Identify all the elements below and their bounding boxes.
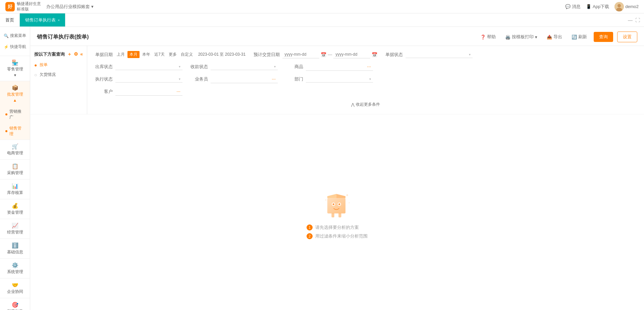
filter-field-date: 单据日期 上月 本月 本年 近7天 更多 自定义 2023-03-01 至 20…	[94, 51, 247, 58]
filter-field-product: 商品 ···	[284, 62, 373, 71]
sidebar-item-basic[interactable]: ℹ️ 基础信息	[0, 239, 30, 258]
tip-2-number: 2	[307, 233, 313, 239]
settings-button[interactable]: 设置	[617, 32, 637, 42]
sidebar-item-newbie[interactable]: 🎯 新手引导	[0, 298, 30, 310]
salesperson-more-icon[interactable]: ···	[272, 76, 276, 82]
more-date-shortcut[interactable]: 更多	[167, 51, 178, 58]
expected-date-end-icon[interactable]: 📅	[372, 52, 377, 57]
finance-icon: 💰	[12, 203, 18, 209]
window-minimize-icon[interactable]: —	[628, 17, 633, 23]
sidebar-item-inventory[interactable]: 📊 库存核算	[0, 179, 30, 199]
company-dropdown-icon: ▾	[91, 4, 94, 9]
expected-date-label: 预计交货日期	[254, 52, 280, 58]
department-chevron-icon: ▾	[369, 77, 371, 81]
sidebar-item-operations[interactable]: 📈 经营管理	[0, 219, 30, 239]
newbie-icon: 🎯	[12, 302, 18, 308]
sidebar-item-wholesale[interactable]: 📦 批发管理 ▲	[0, 81, 30, 106]
help-button[interactable]: ❓ 帮助	[478, 33, 498, 41]
this-month-shortcut[interactable]: 本月	[127, 51, 140, 58]
message-button[interactable]: 💬 消息	[565, 4, 581, 10]
tab-sales-execution[interactable]: 销售订单执行表 ×	[20, 13, 65, 27]
order-status-select[interactable]: ▾	[406, 51, 473, 58]
delivery-status-select[interactable]: ▾	[115, 63, 182, 70]
sidebar-item-retail[interactable]: 🏪 零售管理 ▾	[0, 56, 30, 81]
salesperson-label: 业务员	[189, 76, 208, 82]
print-button[interactable]: 🖨️ 按模板打印 ▾	[502, 33, 540, 41]
last-month-shortcut[interactable]: 上月	[115, 51, 126, 58]
last7-shortcut[interactable]: 近7天	[153, 51, 166, 58]
sidebar-item-system[interactable]: ⚙️ 系统管理	[0, 259, 30, 278]
user-avatar[interactable]: demo2	[614, 2, 639, 11]
filter-row-1: 单据日期 上月 本月 本年 近7天 更多 自定义 2023-03-01 至 20…	[94, 51, 637, 58]
collapse-filters-button[interactable]: ⋀ 收起更多条件	[344, 100, 387, 109]
department-label: 部门	[284, 76, 303, 82]
svg-rect-11	[331, 213, 334, 217]
expected-date-start-icon[interactable]: 📅	[321, 52, 326, 57]
sidebar-sub-item-marketing[interactable]: 营销推广	[0, 106, 30, 123]
date-range-text: 2023-03-01 至 2023-03-31	[197, 52, 247, 57]
sidebar-sub-item-sales[interactable]: 销售管理	[0, 123, 30, 140]
customer-label: 客户	[94, 89, 113, 95]
sidebar-section-ecommerce: 🛒 电商管理	[0, 140, 30, 159]
filter-field-customer: 客户 ···	[94, 87, 182, 96]
sidebar-section-enterprise: 🤝 企业协同	[0, 278, 30, 298]
sidebar-section-basic: ℹ️ 基础信息	[0, 239, 30, 258]
salesperson-select[interactable]: ···	[211, 75, 278, 83]
sidebar-item-enterprise[interactable]: 🤝 企业协同	[0, 278, 30, 298]
avatar	[614, 2, 624, 11]
help-icon: ❓	[480, 35, 486, 40]
collapse-up-icon: ⋀	[351, 102, 355, 107]
tab-close-icon[interactable]: ×	[58, 18, 60, 22]
filter-field-delivery-status: 出库状态 ▾	[94, 63, 182, 70]
filter-field-department: 部门 ▾	[284, 76, 373, 83]
wholesale-arrow-icon: ▲	[13, 98, 17, 103]
system-icon: ⚙️	[12, 262, 18, 268]
filter-plan-sidebar: 按以下方案查询 ＋ ⚙ « ● 按单 ○ 欠货情况	[30, 46, 87, 114]
sidebar-sub-wholesale: 营销推广 销售管理	[0, 106, 30, 140]
sidebar-item-ecommerce[interactable]: 🛒 电商管理	[0, 140, 30, 159]
tab-spacer	[65, 13, 624, 27]
payment-status-select[interactable]: ▾	[211, 63, 278, 70]
collapse-plan-icon[interactable]: «	[80, 51, 83, 57]
retail-arrow-icon: ▾	[14, 73, 16, 78]
svg-text:✦: ✦	[345, 193, 349, 197]
exec-status-select[interactable]: ▾	[115, 76, 182, 83]
sidebar-item-purchase[interactable]: 📋 采购管理	[0, 160, 30, 179]
collapse-row: ⋀ 收起更多条件	[94, 100, 637, 109]
empty-tip-1: 1 请先选择要分析的方案	[307, 224, 368, 230]
add-plan-icon[interactable]: ＋	[67, 51, 72, 57]
filter-plan-backorder[interactable]: ○ 欠货情况	[30, 70, 87, 80]
window-maximize-icon[interactable]: ⛶	[635, 17, 640, 23]
company-selector[interactable]: 办公用品行业模拟账套 ▾	[44, 4, 96, 10]
filter-main: 单据日期 上月 本月 本年 近7天 更多 自定义 2023-03-01 至 20…	[87, 46, 644, 114]
customer-select[interactable]: ···	[115, 87, 182, 96]
filter-row-3: 执行状态 ▾ 业务员 ··· 部门	[94, 75, 637, 83]
app-download-button[interactable]: 📱 App下载	[586, 4, 609, 10]
sidebar-search[interactable]: 🔍 搜索菜单	[0, 30, 30, 41]
custom-date-shortcut[interactable]: 自定义	[179, 51, 194, 58]
plan-order-icon: ●	[34, 62, 37, 68]
basic-icon: ℹ️	[12, 242, 18, 249]
query-button[interactable]: 查询	[594, 32, 613, 42]
product-select[interactable]: ···	[306, 62, 373, 71]
expected-date-end-input[interactable]	[333, 51, 370, 58]
expected-date-start-input[interactable]	[282, 51, 319, 58]
tab-home[interactable]: 首页	[0, 13, 20, 27]
main-layout: 🔍 搜索菜单 ⚡ 快捷导航 🏪 零售管理 ▾ 📦 批发管理 ▲	[0, 27, 644, 310]
customer-more-icon[interactable]: ···	[176, 89, 180, 94]
product-more-icon[interactable]: ···	[367, 64, 371, 69]
export-button[interactable]: 📤 导出	[544, 33, 565, 41]
settings-plan-icon[interactable]: ⚙	[74, 51, 78, 57]
filter-row-4: 客户 ···	[94, 87, 637, 96]
this-year-shortcut[interactable]: 本年	[141, 51, 152, 58]
delivery-status-label: 出库状态	[94, 64, 113, 70]
sidebar: 🔍 搜索菜单 ⚡ 快捷导航 🏪 零售管理 ▾ 📦 批发管理 ▲	[0, 27, 30, 310]
filter-plan-by-order[interactable]: ● 按单	[30, 60, 87, 70]
department-select[interactable]: ▾	[306, 76, 373, 83]
filter-field-expected-date: 预计交货日期 📅 — 📅	[254, 51, 377, 58]
sidebar-section-retail: 🏪 零售管理 ▾	[0, 56, 30, 81]
sidebar-item-finance[interactable]: 💰 资金管理	[0, 199, 30, 219]
sidebar-quick-nav[interactable]: ⚡ 快捷导航	[0, 41, 30, 52]
refresh-button[interactable]: 🔄 刷新	[569, 33, 590, 41]
filter-field-payment-status: 收款状态 ▾	[189, 63, 278, 70]
